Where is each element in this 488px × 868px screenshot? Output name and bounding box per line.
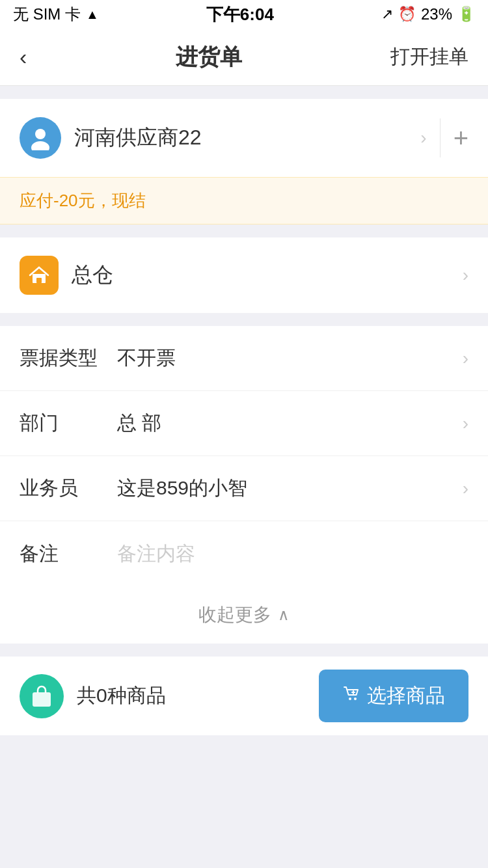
collapse-label: 收起更多 xyxy=(198,603,271,627)
salesperson-value: 这是859的小智 xyxy=(104,475,463,502)
salesperson-row[interactable]: 业务员 这是859的小智 › xyxy=(0,456,488,521)
collapse-button[interactable]: 收起更多 ∧ xyxy=(0,586,488,644)
carrier-text: 无 SIM 卡 xyxy=(13,4,81,25)
status-bar: 无 SIM 卡 ▲ 下午6:04 ↗ ⏰ 23% 🔋 xyxy=(0,0,488,29)
svg-rect-4 xyxy=(33,692,51,707)
department-value: 总 部 xyxy=(104,410,463,437)
battery-text: 23% xyxy=(421,5,452,23)
section-divider-3 xyxy=(0,313,488,326)
page-title: 进货单 xyxy=(176,42,242,72)
remark-row[interactable]: 备注 备注内容 xyxy=(0,521,488,586)
supplier-section: 河南供应商22 › + 应付-20元，现结 xyxy=(0,99,488,224)
status-left: 无 SIM 卡 ▲ xyxy=(13,4,99,25)
person-icon xyxy=(28,126,53,150)
section-divider-2 xyxy=(0,224,488,237)
svg-point-6 xyxy=(354,698,357,700)
svg-point-1 xyxy=(31,141,49,150)
section-divider-1 xyxy=(0,86,488,99)
department-chevron: › xyxy=(463,413,468,434)
supplier-avatar xyxy=(20,117,61,159)
department-label: 部门 xyxy=(20,410,104,437)
vertical-divider xyxy=(440,118,441,157)
collapse-arrow-icon: ∧ xyxy=(278,606,290,624)
battery-icon: 🔋 xyxy=(457,6,475,23)
warehouse-name: 总仓 xyxy=(72,261,463,290)
form-section: 票据类型 不开票 › 部门 总 部 › 业务员 这是859的小智 › 备注 备注… xyxy=(0,326,488,644)
bottom-bar: 共0种商品 选择商品 xyxy=(0,657,488,735)
warehouse-section: 总仓 › xyxy=(0,237,488,313)
remark-label: 备注 xyxy=(20,541,104,567)
alarm-icon: ⏰ xyxy=(398,6,416,23)
supplier-row[interactable]: 河南供应商22 › + xyxy=(0,99,488,177)
warehouse-row[interactable]: 总仓 › xyxy=(0,237,488,313)
remark-input[interactable]: 备注内容 xyxy=(104,541,468,567)
status-time: 下午6:04 xyxy=(206,3,274,26)
back-button[interactable]: ‹ xyxy=(20,44,27,70)
location-icon: ↗ xyxy=(381,6,393,23)
notice-text: 应付-20元，现结 xyxy=(20,191,146,210)
salesperson-chevron: › xyxy=(463,478,468,499)
add-supplier-button[interactable]: + xyxy=(454,124,468,153)
supplier-chevron-icon: › xyxy=(420,128,426,148)
nav-bar: ‹ 进货单 打开挂单 xyxy=(0,29,488,86)
warehouse-icon xyxy=(27,264,51,287)
supplier-name: 河南供应商22 xyxy=(74,124,420,152)
product-count-label: 共0种商品 xyxy=(77,683,319,709)
cart-icon xyxy=(342,685,360,707)
invoice-type-label: 票据类型 xyxy=(20,345,104,372)
status-right: ↗ ⏰ 23% 🔋 xyxy=(381,5,475,23)
select-product-label: 选择商品 xyxy=(367,683,445,709)
supplier-right-section: › + xyxy=(420,118,468,157)
product-bag-icon xyxy=(29,683,55,709)
wifi-icon: ▲ xyxy=(86,7,99,22)
svg-point-5 xyxy=(349,698,351,700)
product-icon-wrap xyxy=(20,674,64,718)
invoice-type-value: 不开票 xyxy=(104,345,463,372)
salesperson-label: 业务员 xyxy=(20,475,104,502)
svg-point-0 xyxy=(35,129,46,139)
department-row[interactable]: 部门 总 部 › xyxy=(0,391,488,456)
notice-banner: 应付-20元，现结 xyxy=(0,177,488,224)
invoice-type-chevron: › xyxy=(463,348,468,369)
warehouse-icon-wrap xyxy=(20,256,59,295)
open-pending-button[interactable]: 打开挂单 xyxy=(390,44,468,70)
select-product-button[interactable]: 选择商品 xyxy=(319,670,468,722)
svg-rect-3 xyxy=(36,278,42,283)
warehouse-chevron-icon: › xyxy=(463,265,468,286)
invoice-type-row[interactable]: 票据类型 不开票 › xyxy=(0,326,488,391)
